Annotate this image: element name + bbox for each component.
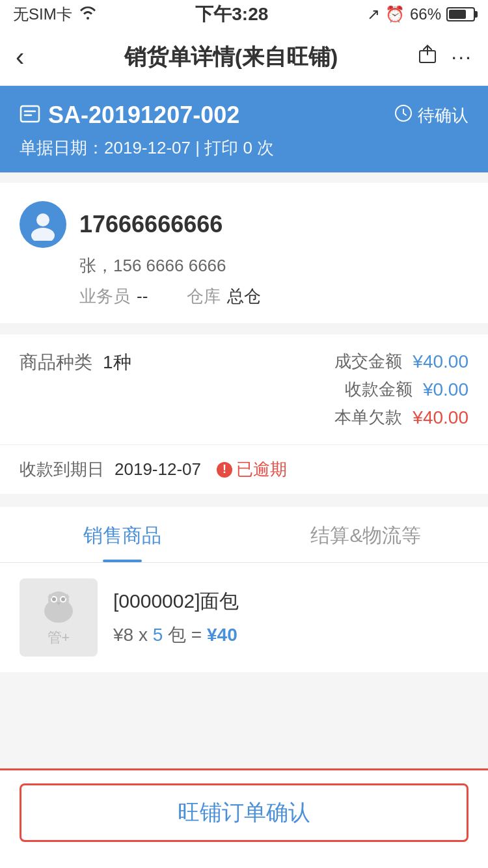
nav-actions: ···: [407, 44, 472, 70]
due-date: 2019-12-07: [115, 459, 201, 480]
warehouse-label: 仓库: [187, 285, 221, 308]
owed-label: 本单欠款: [334, 406, 402, 429]
confirm-button[interactable]: 旺铺订单确认: [20, 783, 468, 842]
product-info: [0000002]面包 ¥8 x 5 包 = ¥40: [113, 588, 468, 647]
sales-meta: 业务员 --: [79, 285, 148, 308]
logo-plus: 管+: [47, 628, 70, 647]
deal-amount: 成交金额 ¥40.00: [334, 350, 468, 373]
warehouse-value: 总仓: [227, 285, 261, 308]
tabs-section: 销售商品 结算&物流等: [0, 507, 488, 563]
due-label: 收款到期日: [20, 458, 104, 481]
carrier-text: 无SIM卡: [13, 4, 72, 25]
svg-rect-1: [21, 106, 39, 122]
product-quantity: 5: [153, 625, 163, 645]
battery-percentage: 66%: [410, 5, 441, 23]
customer-meta: 业务员 -- 仓库 总仓: [79, 285, 468, 308]
more-icon[interactable]: ···: [451, 45, 472, 69]
page-title: 销货单详情(来自旺铺): [55, 42, 407, 72]
svg-point-10: [61, 597, 65, 601]
product-type: 商品种类 1种: [20, 350, 131, 375]
sales-label: 业务员: [79, 285, 130, 308]
svg-point-4: [31, 228, 55, 241]
sales-value: --: [137, 286, 148, 306]
back-button[interactable]: ‹: [16, 42, 55, 72]
product-total: ¥40: [207, 625, 237, 645]
received-amount: 收款金额 ¥0.00: [345, 378, 468, 401]
wifi-icon: [79, 5, 97, 23]
product-thumbnail: 管+: [20, 578, 98, 657]
status-time: 下午3:28: [195, 2, 268, 27]
clock-icon: [394, 104, 413, 127]
status-bar-right: ↗ ⏰ 66%: [367, 5, 475, 23]
order-number-row: SA-20191207-002 待确认: [20, 102, 468, 129]
deal-value: ¥40.00: [413, 351, 468, 372]
type-label: 商品种类: [20, 350, 92, 375]
order-status: 待确认: [394, 104, 468, 127]
deal-label: 成交金额: [334, 350, 402, 373]
avatar: [20, 201, 66, 248]
order-number: SA-20191207-002: [20, 102, 239, 129]
location-icon: ↗: [367, 5, 380, 23]
customer-phone: 17666666666: [79, 211, 223, 238]
share-icon[interactable]: [417, 44, 438, 70]
overdue-icon: !: [217, 462, 232, 478]
owed-amount: 本单欠款 ¥40.00: [334, 406, 468, 429]
customer-info: 张，156 6666 6666: [79, 254, 468, 277]
customer-section: 17666666666 张，156 6666 6666 业务员 -- 仓库 总仓: [0, 183, 488, 324]
amounts: 成交金额 ¥40.00 收款金额 ¥0.00 本单欠款 ¥40.00: [334, 350, 468, 429]
status-bar-left: 无SIM卡: [13, 4, 97, 25]
received-value: ¥0.00: [423, 379, 468, 400]
order-header: SA-20191207-002 待确认 单据日期：2019-12-07 | 打印…: [0, 86, 488, 172]
owed-value: ¥40.00: [413, 407, 468, 428]
overdue-text: 已逾期: [236, 458, 287, 481]
status-bar: 无SIM卡 下午3:28 ↗ ⏰ 66%: [0, 0, 488, 29]
bottom-action: 旺铺订单确认: [0, 768, 488, 868]
svg-point-9: [52, 597, 56, 601]
product-price: ¥8 x 5 包 = ¥40: [113, 623, 468, 647]
type-value: 1种: [103, 350, 131, 375]
svg-point-3: [36, 213, 49, 226]
product-logo: 管+: [36, 588, 81, 647]
battery-icon: [446, 7, 475, 21]
alarm-icon: ⏰: [385, 5, 405, 23]
product-item: 管+ [0000002]面包 ¥8 x 5 包 = ¥40: [0, 563, 488, 673]
nav-bar: ‹ 销货单详情(来自旺铺) ···: [0, 29, 488, 86]
tabs-row: 销售商品 结算&物流等: [0, 507, 488, 562]
received-label: 收款金额: [345, 378, 413, 401]
status-text: 待确认: [418, 104, 468, 127]
overdue-badge: ! 已逾期: [217, 458, 287, 481]
tab-settlement[interactable]: 结算&物流等: [244, 507, 488, 562]
product-section: 管+ [0000002]面包 ¥8 x 5 包 = ¥40: [0, 563, 488, 673]
product-name: [0000002]面包: [113, 588, 468, 615]
order-icon: [20, 102, 40, 129]
warehouse-meta: 仓库 总仓: [187, 285, 261, 308]
order-date: 单据日期：2019-12-07 | 打印 0 次: [20, 137, 468, 159]
separator: [0, 494, 488, 507]
summary-section: 商品种类 1种 成交金额 ¥40.00 收款金额 ¥0.00 本单欠款 ¥40.…: [0, 334, 488, 494]
tab-products[interactable]: 销售商品: [0, 507, 244, 562]
due-date-section: 收款到期日 2019-12-07 ! 已逾期: [0, 444, 488, 494]
customer-row: 17666666666: [20, 201, 468, 248]
